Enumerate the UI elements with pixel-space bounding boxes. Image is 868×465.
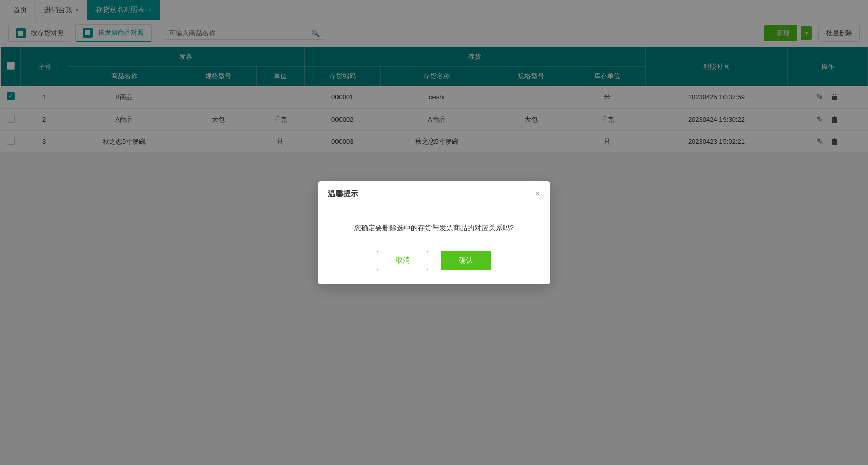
modal-overlay: 温馨提示 × 您确定要删除选中的存货与发票商品的对应关系吗? 取消 确认 [0,0,868,153]
